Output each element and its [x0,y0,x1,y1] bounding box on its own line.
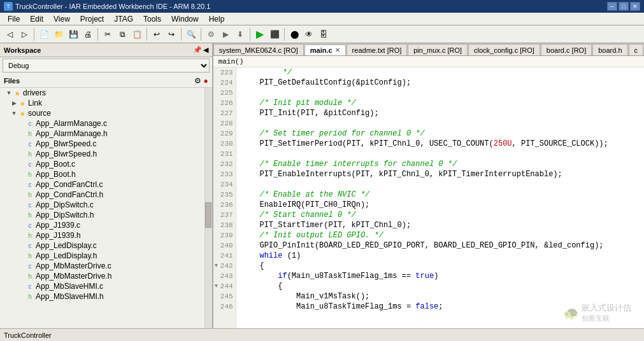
tb-compile[interactable]: ⚙ [204,27,218,41]
tb-print[interactable]: 🖨 [81,27,95,41]
tab-boardh[interactable]: board.h [592,44,627,55]
tb-build[interactable]: ▶ [218,27,233,41]
tb-save[interactable]: 💾 [66,27,80,41]
tb-watch[interactable]: 👁 [302,27,316,41]
scrollbar-thumb-vertical[interactable] [205,202,211,228]
menu-help[interactable]: Help [204,13,230,25]
settings-icon[interactable]: ⚙ [194,76,201,85]
tb-breakpoint[interactable]: ⬤ [287,27,301,41]
tree-label-mbslaveh: App_MbSlaveHMI.h [36,292,104,301]
tree-item-bootc[interactable]: c App_Boot.c [0,159,204,169]
tb-debug-run[interactable]: ▶ [253,27,267,41]
menu-window[interactable]: Window [166,13,204,25]
folder-icon-source: ■ [18,109,27,117]
tab-boardc[interactable]: board.c [RO] [541,44,592,55]
code-240-text: GPIO_PinInit(BOARD_LED_RED_GPIO_PORT, BO… [241,240,604,251]
code-line-242: { [241,261,644,271]
tree-item-mbslavec[interactable]: c App_MbSlaveHMI.c [0,281,204,291]
code-area[interactable]: 223 224 225 226 227 228 229 230 231 232 … [213,67,644,332]
expand-source[interactable]: ▼ [10,109,18,117]
tab-main-c[interactable]: main.c ✕ [304,45,346,56]
menu-edit[interactable]: Edit [25,13,48,25]
tb-back[interactable]: ◁ [3,27,17,41]
code-246-a: Main_u8TaskTimeFlag_1ms = [241,302,416,312]
code-line-245: Main_v1MsTask(); [241,291,644,302]
minimize-button[interactable]: ─ [607,2,617,11]
tb-sep6 [250,28,250,41]
tree-item-drivers[interactable]: ▼ ■ drivers [0,88,204,98]
code-242-text: { [241,261,264,271]
pin-icon[interactable]: 📌 [193,46,202,54]
menu-project[interactable]: Project [75,13,109,25]
tb-open[interactable]: 📁 [52,27,66,41]
toolbar: ◁ ▷ 📄 📁 💾 🖨 ✂ ⧉ 📋 ↩ ↪ 🔍 ⚙ ▶ ⬇ ▶ ⬛ ⬤ 👁 🗄 [0,25,644,43]
tree-label-blwrc: App_BlwrSpeed.c [36,139,96,148]
tb-redo[interactable]: ↪ [164,27,178,41]
tree-item-alarmc[interactable]: c App_AlarmManage.c [0,118,204,129]
tree-item-mbmasterc[interactable]: c App_MbMasterDrive.c [0,261,204,271]
tree-label-mbslavec: App_MbSlaveHMI.c [36,282,103,291]
tree-item-mbmasterh[interactable]: h App_MbMasterDrive.h [0,271,204,281]
tab-system-mke[interactable]: system_MKE06Z4.c [RO] [213,44,304,55]
tb-undo[interactable]: ↩ [150,27,164,41]
tb-cut[interactable]: ✂ [101,27,115,41]
tree-item-j1939h[interactable]: h App_J1939.h [0,230,204,240]
tree-item-booth[interactable]: h App_Boot.h [0,169,204,179]
tab-label-boardc: board.c [RO] [547,46,586,54]
menu-bar: File Edit View Project JTAG Tools Window… [0,13,644,25]
code-line-246: Main_u8TaskTimeFlag_1ms = false; [241,302,644,312]
folder-icon-drivers: ■ [13,89,22,97]
ln-231: 231 [213,149,236,159]
expand-drivers[interactable]: ▼ [5,89,13,97]
tree-item-j1939c[interactable]: c App_J1939.c [0,220,204,230]
tb-download[interactable]: ⬇ [233,27,247,41]
tree-item-ledh[interactable]: h App_LedDisplay.h [0,251,204,261]
menu-tools[interactable]: Tools [138,13,166,25]
arrow-icon[interactable]: ◀ [203,46,208,54]
tb-forward[interactable]: ▷ [17,27,31,41]
expand-link[interactable]: ▶ [10,99,18,107]
code-line-238: PIT_StartTimer(PIT, kPIT_Chnl_0); [241,220,644,230]
code-line-224: PIT_GetDefaultConfig(&pitConfig); [241,78,644,88]
tree-item-dipc[interactable]: c App_DipSwitch.c [0,200,204,210]
tree-item-mbslaveh[interactable]: h App_MbSlaveHMI.h [0,291,204,302]
debug-selector[interactable]: Debug [3,59,210,73]
workspace-scrollbar[interactable] [204,88,212,340]
tree-item-source[interactable]: ▼ ■ source [0,108,204,118]
menu-view[interactable]: View [48,13,75,25]
menu-jtag[interactable]: JTAG [109,13,138,25]
editor-panel: system_MKE06Z4.c [RO] main.c ✕ readme.tx… [213,43,644,340]
tab-clockconfig[interactable]: clock_config.c [RO] [468,44,540,55]
tree-item-condc[interactable]: c App_CondFanCtrl.c [0,179,204,190]
tb-paste[interactable]: 📋 [130,27,144,41]
workspace-label: Workspace [4,46,41,54]
tab-pinmux[interactable]: pin_mux.c [RO] [408,44,468,55]
tb-find[interactable]: 🔍 [184,27,198,41]
tb-memory[interactable]: 🗄 [317,27,331,41]
tab-extra[interactable]: c [629,44,644,55]
tb-stop[interactable]: ⬛ [268,27,282,41]
tree-item-alarmh[interactable]: h App_AlarmManage.h [0,129,204,139]
code-241-a [241,251,260,261]
code-241-while: while [259,251,282,261]
tab-readme[interactable]: readme.txt [RO] [347,44,408,55]
tree-item-blwrh[interactable]: h App_BlwrSpeed.h [0,149,204,159]
tb-new[interactable]: 📄 [37,27,51,41]
code-editor[interactable]: */ PIT_GetDefaultConfig(&pitConfig); /* … [236,67,644,332]
tb-copy[interactable]: ⧉ [115,27,129,41]
menu-file[interactable]: File [3,13,25,25]
tb-sep7 [284,28,285,41]
tree-item-diph[interactable]: h App_DipSwitch.h [0,210,204,220]
file-icon-mbslavec: c [25,282,34,290]
tab-close-main[interactable]: ✕ [335,47,340,53]
tree-item-ledc[interactable]: c App_LedDisplay.c [0,240,204,251]
close-button[interactable]: ✕ [630,2,640,11]
maximize-button[interactable]: □ [619,2,629,11]
tree-item-link[interactable]: ▶ ■ Link [0,98,204,108]
tree-item-blwrc[interactable]: c App_BlwrSpeed.c [0,139,204,149]
tb-sep5 [201,28,201,41]
tree-label-booth: App_Boot.h [36,170,76,179]
tree-item-condh[interactable]: h App_CondFanCtrl.h [0,190,204,200]
file-icon-j1939h: h [25,232,34,239]
tab-label-boardh: board.h [598,46,622,54]
